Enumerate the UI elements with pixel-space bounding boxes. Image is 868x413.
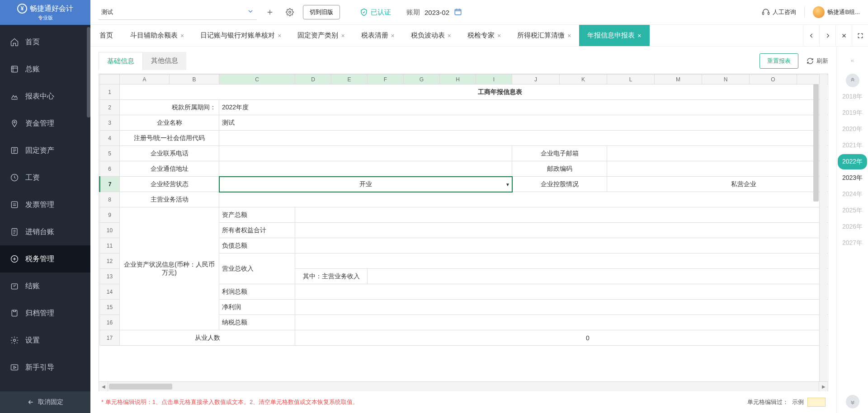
sidebar-item-1[interactable]: 总账 (0, 56, 90, 83)
close-icon[interactable]: × (497, 32, 501, 39)
tabs-next[interactable] (819, 25, 835, 46)
col-header[interactable] (100, 75, 120, 84)
cell-value[interactable] (219, 192, 828, 207)
tab-4[interactable]: 税负波动表× (403, 25, 459, 46)
tab-6[interactable]: 所得税汇算清缴× (509, 25, 579, 46)
sidebar-scrollbar[interactable] (87, 27, 90, 117)
fullscreen-button[interactable] (852, 25, 868, 46)
tab-7[interactable]: 年报信息申报表× (579, 25, 649, 46)
year-item-1[interactable]: 2019年 (838, 105, 867, 121)
row-header[interactable]: 17 (100, 330, 120, 346)
tab-3[interactable]: 税表清册× (353, 25, 403, 46)
col-header[interactable]: E (331, 75, 368, 84)
row-header[interactable]: 13 (100, 269, 120, 284)
year-item-8[interactable]: 2026年 (838, 219, 867, 235)
cell-value[interactable] (295, 284, 828, 300)
col-header[interactable]: L (607, 75, 655, 84)
col-header[interactable]: J (512, 75, 560, 84)
row-header[interactable]: 5 (100, 146, 120, 161)
close-icon[interactable]: × (448, 32, 451, 39)
col-header[interactable]: P (797, 75, 828, 84)
col-header[interactable]: H (440, 75, 476, 84)
tab-home[interactable]: 首页 (90, 25, 122, 46)
accounting-period[interactable]: 账期 2023-02 (406, 8, 462, 17)
row-header[interactable]: 3 (100, 115, 120, 131)
year-item-9[interactable]: 2027年 (838, 235, 867, 251)
close-icon[interactable]: × (278, 32, 281, 39)
cell-value[interactable]: 测试 (219, 115, 828, 131)
cell-value[interactable] (219, 146, 512, 161)
sidebar-item-2[interactable]: 报表中心 (0, 83, 90, 110)
cell-value[interactable]: 私营企业 (607, 177, 828, 192)
cell-value[interactable] (295, 300, 828, 315)
col-header[interactable]: F (368, 75, 404, 84)
sidebar-item-5[interactable]: 工资 (0, 164, 90, 191)
close-icon[interactable]: × (180, 32, 184, 39)
close-icon[interactable]: × (341, 32, 344, 39)
cell-value[interactable] (607, 146, 828, 161)
sidebar-item-0[interactable]: 首页 (0, 28, 90, 56)
cell-value[interactable] (295, 315, 828, 330)
cell-value[interactable] (295, 253, 828, 269)
settings-icon[interactable] (283, 5, 297, 19)
sidebar-item-9[interactable]: 结账 (0, 272, 90, 300)
row-header[interactable]: 6 (100, 161, 120, 177)
unpin-button[interactable]: 取消固定 (0, 391, 90, 413)
spreadsheet[interactable]: ABCDEFGHIJKLMNOPQ 1工商年报信息表 2税款所属期间：2022年… (99, 74, 828, 391)
refresh-button[interactable]: 刷新 (807, 57, 828, 65)
year-item-0[interactable]: 2018年 (838, 89, 867, 104)
company-selector[interactable]: 测试 (99, 5, 257, 20)
year-item-7[interactable]: 2025年 (838, 203, 867, 218)
horizontal-scrollbar[interactable]: ◀ ▶ (99, 381, 828, 391)
tabs-close-all[interactable] (835, 25, 852, 46)
year-down-button[interactable] (846, 395, 859, 408)
sidebar-item-3[interactable]: 资金管理 (0, 110, 90, 137)
scroll-left-icon[interactable]: ◀ (99, 382, 108, 391)
consult-button[interactable]: 人工咨询 (762, 8, 796, 16)
scroll-right-icon[interactable]: ▶ (819, 382, 828, 391)
tab-2[interactable]: 固定资产类别× (289, 25, 353, 46)
cell-value[interactable] (368, 269, 828, 284)
year-item-2[interactable]: 2020年 (838, 122, 867, 137)
sidebar-item-10[interactable]: 归档管理 (0, 300, 90, 327)
cell-value[interactable] (219, 161, 512, 177)
col-header[interactable]: G (404, 75, 440, 84)
col-header[interactable]: O (750, 75, 797, 84)
year-item-3[interactable]: 2021年 (838, 138, 867, 153)
row-header[interactable]: 16 (100, 315, 120, 330)
col-header[interactable]: C (219, 75, 295, 84)
row-header[interactable]: 1 (100, 84, 120, 100)
subtab-0[interactable]: 基础信息 (99, 52, 143, 70)
tab-0[interactable]: 斗目辅助余额表× (122, 25, 192, 46)
tabs-prev[interactable] (803, 25, 819, 46)
cell-value[interactable] (295, 207, 828, 223)
cell-value[interactable]: 0 (295, 330, 828, 346)
scroll-thumb[interactable] (109, 384, 172, 390)
row-header[interactable]: 8 (100, 192, 120, 207)
cell-value[interactable] (219, 131, 828, 146)
subtab-1[interactable]: 其他信息 (143, 52, 186, 70)
col-header[interactable]: N (702, 75, 750, 84)
add-button[interactable] (263, 5, 277, 19)
sidebar-item-4[interactable]: 固定资产 (0, 137, 90, 164)
cell-value[interactable] (295, 223, 828, 238)
row-header[interactable]: 12 (100, 253, 120, 269)
sidebar-item-6[interactable]: 发票管理 (0, 191, 90, 218)
reset-report-button[interactable]: 重置报表 (760, 53, 798, 69)
year-up-button[interactable] (846, 74, 859, 87)
col-header[interactable]: I (476, 75, 512, 84)
tab-5[interactable]: 税检专家× (459, 25, 509, 46)
sidebar-item-8[interactable]: 税务管理 (0, 245, 90, 272)
col-header[interactable]: A (120, 75, 170, 84)
row-header[interactable]: 2 (100, 100, 120, 115)
old-version-button[interactable]: 切到旧版 (303, 5, 340, 19)
col-header[interactable]: D (295, 75, 331, 84)
row-header[interactable]: 9 (100, 207, 120, 223)
cell-value[interactable]: 2022年度 (219, 100, 828, 115)
col-header[interactable]: K (560, 75, 607, 84)
cell-value[interactable] (607, 161, 828, 177)
close-icon[interactable]: × (391, 32, 395, 39)
vertical-scrollbar[interactable] (813, 84, 819, 202)
sidebar-item-11[interactable]: 设置 (0, 327, 90, 354)
year-item-5[interactable]: 2023年 (838, 170, 867, 186)
